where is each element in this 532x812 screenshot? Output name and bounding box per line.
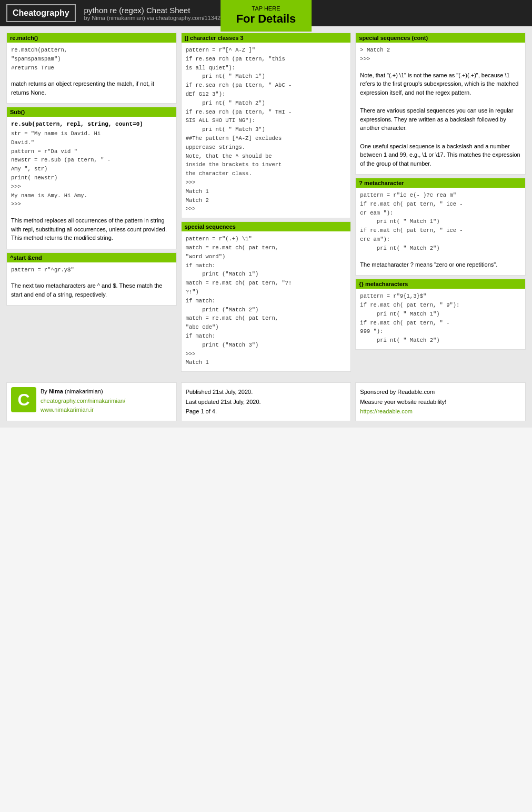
card-rematch-header: re.match()	[7, 33, 176, 43]
specialseq-cont-text3: One useful special sequence is a backsla…	[360, 142, 521, 168]
question-meta-code: pattern = r"ic e(- )?c rea m" if re.mat …	[360, 191, 521, 253]
specialseq-cont-output: > Match 2 >>>	[360, 46, 521, 64]
logo: Cheatography	[6, 4, 76, 22]
specialseq-code: pattern = r"(.+) \1" match = re.mat ch( …	[186, 235, 347, 367]
card-specialseq-cont-header: special sequences (cont)	[356, 33, 525, 43]
column-3: special sequences (cont) > Match 2 >>> N…	[353, 31, 528, 374]
footer: C By Nima (nimakarimian) cheatography.co…	[0, 378, 532, 428]
tap-small-text: TAP HERE	[236, 5, 296, 12]
footer-sponsor-tagline: Measure your website readability!	[360, 397, 521, 407]
card-sub-header: Sub()	[7, 107, 176, 117]
footer-author-line: By Nima (nimakarimian)	[41, 387, 125, 397]
main-content: re.match() re.match(pattern, "spamspamsp…	[0, 26, 532, 378]
specialseq-cont-text1: Note, that "(.+) \1" is not the same as …	[360, 71, 521, 97]
footer-author-info: By Nima (nimakarimian) cheatography.com/…	[41, 387, 125, 415]
rematch-text: match returns an object representing the…	[11, 79, 172, 97]
card-startend: ^start &end pattern = r"^gr.y$" The next…	[6, 252, 177, 306]
card-specialseq: special sequences pattern = r"(.+) \1" m…	[181, 221, 352, 372]
column-2: [] character classes 3 pattern = r"[^ A-…	[179, 31, 354, 374]
footer-left-card: C By Nima (nimakarimian) cheatography.co…	[6, 382, 177, 421]
footer-sponsor-link[interactable]: https://readable.com	[360, 407, 521, 417]
footer-sponsor: Sponsored by Readable.com	[360, 387, 521, 397]
card-question-meta: ? metacharacter pattern = r"ic e(- )?c r…	[355, 178, 526, 276]
rematch-code: re.match(pattern, "spamspamspam") #retur…	[11, 46, 172, 72]
footer-by-label: By	[41, 388, 47, 394]
header: Cheatography python re (regex) Cheat She…	[0, 0, 532, 26]
startend-text: The next two metacharacters are ^ and $.…	[11, 281, 172, 299]
footer-updated: Last updated 21st July, 2020.	[186, 397, 347, 407]
card-charclass: [] character classes 3 pattern = r"[^ A-…	[181, 33, 352, 218]
footer-page: Page 1 of 4.	[186, 407, 347, 417]
footer-right-col: Sponsored by Readable.com Measure your w…	[353, 380, 528, 423]
card-question-meta-header: ? metacharacter	[356, 178, 525, 188]
footer-logo: C	[11, 387, 36, 412]
tap-large-text: For Details	[236, 12, 296, 25]
column-1: re.match() re.match(pattern, "spamspamsp…	[4, 31, 179, 374]
footer-link2[interactable]: www.nimakarimian.ir	[41, 405, 125, 415]
footer-link1[interactable]: cheatography.com/nimakarimian/	[41, 397, 125, 406]
card-curly-meta: {} metacharacters pattern = r"9{1,3}$" i…	[355, 279, 526, 350]
card-specialseq-cont: special sequences (cont) > Match 2 >>> N…	[355, 33, 526, 175]
card-rematch: re.match() re.match(pattern, "spamspamsp…	[6, 33, 177, 104]
footer-right-card: Sponsored by Readable.com Measure your w…	[355, 382, 526, 421]
footer-author-name: Nima	[49, 388, 63, 394]
card-startend-header: ^start &end	[7, 253, 176, 262]
question-meta-text: The metacharacter ? means "zero or one r…	[360, 260, 521, 269]
footer-author-handle: (nimakarimian)	[65, 388, 103, 394]
footer-center-col: Published 21st July, 2020. Last updated …	[179, 380, 354, 423]
sub-text: This method replaces all occurrences of …	[11, 216, 172, 242]
curly-meta-code: pattern = r"9{1,3}$" if re.mat ch( pat t…	[360, 292, 521, 345]
card-sub: Sub() re.sub(pattern, repl, string, coun…	[6, 107, 177, 249]
card-charclass-header: [] character classes 3	[182, 33, 351, 43]
card-specialseq-header: special sequences	[182, 222, 351, 231]
footer-left-col: C By Nima (nimakarimian) cheatography.co…	[4, 380, 179, 423]
sub-code: str = "My name is David. Hi David." patt…	[11, 129, 172, 209]
tap-banner[interactable]: TAP HERE For Details	[220, 0, 312, 32]
charclass-code: pattern = r"[^ A-Z ]" if re.sea rch (pa …	[186, 46, 347, 214]
startend-code: pattern = r"^gr.y$"	[11, 266, 172, 275]
card-curly-meta-header: {} metacharacters	[356, 279, 525, 289]
footer-center-card: Published 21st July, 2020. Last updated …	[181, 382, 352, 421]
footer-published: Published 21st July, 2020.	[186, 387, 347, 397]
sub-bold-code: re.sub(pattern, repl, string, count=0)	[11, 120, 172, 129]
specialseq-cont-text2: There are various special sequences you …	[360, 106, 521, 133]
